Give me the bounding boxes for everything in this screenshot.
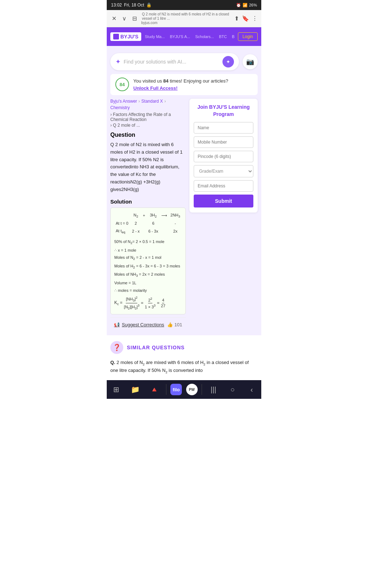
join-form: Join BYJU'S Learning Program Grade/Exam … (189, 99, 258, 213)
menu-icon[interactable]: ⋮ (252, 15, 258, 22)
nav-btc[interactable]: BTC (219, 34, 227, 39)
like-count: 👍 101 (167, 322, 182, 327)
similar-q-label: Q. (110, 360, 115, 365)
kc-fraction2: 22 1 × 33 (145, 297, 156, 309)
similar-questions-title: SIMILAR QUESTIONS (127, 345, 185, 350)
folder-button[interactable]: 📁 (128, 382, 143, 397)
nav-divider (166, 384, 166, 395)
step-7: ∴ moles = molarity (114, 287, 182, 294)
megaphone-icon: 📢 (114, 322, 120, 327)
search-button[interactable]: ✦ (222, 56, 234, 67)
similar-question-text: Q. 2 moles of N2 are mixed with 6 moles … (110, 359, 258, 375)
nav-buy[interactable]: Buy a Co... (232, 34, 234, 39)
camera-icon: 📷 (246, 58, 254, 66)
search-container: ✦ Find your solutions with AI... ✦ 📷 (110, 50, 258, 74)
left-column: Byju's Answer › Standard X › Chemistry F… (110, 99, 186, 332)
similar-header: ❓ SIMILAR QUESTIONS (110, 341, 258, 354)
reaction-table: N2 + 3H2 ⟶ 2NH3 At t = 0 2 6 - (114, 211, 182, 236)
similar-questions-section: ❓ SIMILAR QUESTIONS Q. 2 moles of N2 are… (107, 335, 261, 381)
pincode-input[interactable] (194, 151, 253, 162)
formula-line: Kc = [NH3]2 [N2][H2]3 = 22 1 × 33 = 4 (114, 296, 182, 310)
step-1: 50% of N2= 2 × 0.5 = 1 mole (114, 238, 182, 246)
solution-label: Solution (110, 199, 186, 205)
main-content: ✦ Find your solutions with AI... ✦ 📷 84 … (107, 46, 261, 335)
fire-button[interactable]: 🔺 (147, 382, 162, 397)
url-domain: byjus.com (141, 21, 231, 25)
bookmark-icon[interactable]: 🔖 (242, 15, 249, 22)
apps-button[interactable]: ⊞ (109, 382, 124, 397)
byjus-navbar: BYJU'S Study Ma... BYJU'S A... Scholars.… (107, 27, 261, 46)
step-2: ∴ x = 1 mole (114, 247, 182, 254)
question-text: Q 2 mole of N2 is mixed with 6 moles of … (110, 141, 186, 193)
breadcrumb-link-2[interactable]: Q 2 mole of ... (110, 122, 186, 128)
step-4: Moles of H2 = 6 - 3x = 6 - 3 = 3 moles (114, 263, 182, 270)
step-3: Moles of N2 = 2 - x = 1 mol (114, 254, 182, 262)
wifi-icon: 📶 (243, 3, 248, 8)
alarm-icon: ⏰ (236, 3, 241, 8)
similar-questions-icon: ❓ (110, 341, 123, 354)
nav-byjus-a[interactable]: BYJU'S A... (170, 34, 190, 39)
nav-scholars[interactable]: Scholars... (195, 34, 214, 39)
two-column-layout: Byju's Answer › Standard X › Chemistry F… (110, 99, 258, 332)
solution-box: N2 + 3H2 ⟶ 2NH3 At t = 0 2 6 - (110, 207, 186, 314)
camera-button[interactable]: 📷 (243, 54, 258, 69)
kc-result: 4 27 (161, 298, 165, 308)
solution-steps: 50% of N2= 2 × 0.5 = 1 mole ∴ x = 1 mole… (114, 238, 182, 294)
byjus-logo: BYJU'S (110, 32, 141, 41)
mobile-input[interactable] (194, 136, 253, 148)
grade-select[interactable]: Grade/Exam Grade 6 Grade 7 Grade 8 Grade… (194, 165, 253, 177)
breadcrumb: Byju's Answer › Standard X › Chemistry (110, 99, 186, 110)
pw-app-button[interactable]: PW (186, 384, 198, 395)
solution-section: Solution N2 + 3H2 ⟶ 2NH3 At t = 0 (110, 199, 186, 332)
kc-fraction1: [NH3]2 [N2][H2]3 (124, 296, 139, 310)
join-form-title: Join BYJU'S Learning Program (194, 104, 253, 118)
kc-label: Kc = (114, 299, 123, 307)
status-date: Fri, 18 Oct (124, 3, 144, 8)
email-input[interactable] (194, 180, 253, 192)
breadcrumb-byjus-answer[interactable]: Byju's Answer (110, 99, 137, 104)
url-title: Q 2 mole of N2 is mixed with 6 moles of … (142, 12, 231, 21)
nav-divider-2 (202, 384, 202, 395)
submit-button[interactable]: Submit (194, 195, 253, 207)
nav-study-materials[interactable]: Study Ma... (145, 34, 165, 39)
bottom-navigation: ⊞ 📁 🔺 filo PW ||| ○ ‹ (107, 380, 261, 399)
like-number: 101 (174, 322, 182, 327)
lock-icon: 🔒 (146, 3, 152, 8)
browser-bar: ✕ ∨ ⊟ Q 2 mole of N2 is mixed with 6 mol… (107, 10, 261, 27)
home-button[interactable]: ○ (225, 382, 240, 397)
login-button[interactable]: Login (238, 32, 258, 41)
visit-text: You visited us 84 times! Enjoying our ar… (133, 78, 228, 92)
suggest-corrections-label: Suggest Corrections (122, 322, 164, 327)
nav-links: Study Ma... BYJU'S A... Scholars... BTC … (145, 34, 234, 39)
recent-apps-button[interactable]: ||| (206, 382, 221, 397)
step-6: Volume = 1L (114, 280, 182, 286)
question-label: Question (110, 132, 186, 138)
share-icon[interactable]: ⬆ (234, 15, 239, 22)
search-placeholder: Find your solutions with AI... (124, 59, 220, 65)
status-time: 13:02 (111, 3, 122, 8)
breadcrumb-link-1[interactable]: Factors Affecting the Rate of a Chemical… (110, 112, 186, 122)
name-input[interactable] (194, 122, 253, 134)
ai-search-icon: ✦ (115, 58, 121, 66)
breadcrumb-links: Factors Affecting the Rate of a Chemical… (110, 112, 186, 128)
step-5: Moles of NH3 = 2x = 2 moles (114, 271, 182, 279)
back-nav-button[interactable]: ‹ (244, 382, 259, 397)
breadcrumb-chemistry[interactable]: Chemistry (110, 105, 130, 110)
unlock-access-link[interactable]: Unlock Full Access! (133, 85, 178, 91)
close-tab-button[interactable]: ✕ (110, 14, 118, 23)
filo-app-button[interactable]: filo (170, 384, 182, 395)
suggest-corrections-link[interactable]: 📢 Suggest Corrections (114, 322, 164, 327)
back-button[interactable]: ∨ (121, 14, 128, 23)
status-bar: 13:02 Fri, 18 Oct 🔒 ⏰ 📶 26% (107, 0, 261, 10)
search-bar[interactable]: ✦ Find your solutions with AI... ✦ (110, 53, 239, 70)
thumbs-up-icon: 👍 (167, 322, 173, 327)
visit-notice: 84 You visited us 84 times! Enjoying our… (110, 74, 258, 95)
join-form-panel: Join BYJU'S Learning Program Grade/Exam … (189, 99, 258, 332)
tabs-button[interactable]: ⊟ (131, 14, 138, 23)
visit-count-badge: 84 (115, 78, 129, 91)
breadcrumb-standard-x[interactable]: Standard X (141, 99, 163, 104)
battery-level: 26% (249, 3, 257, 7)
suggest-corrections-bar: 📢 Suggest Corrections 👍 101 (110, 317, 186, 332)
